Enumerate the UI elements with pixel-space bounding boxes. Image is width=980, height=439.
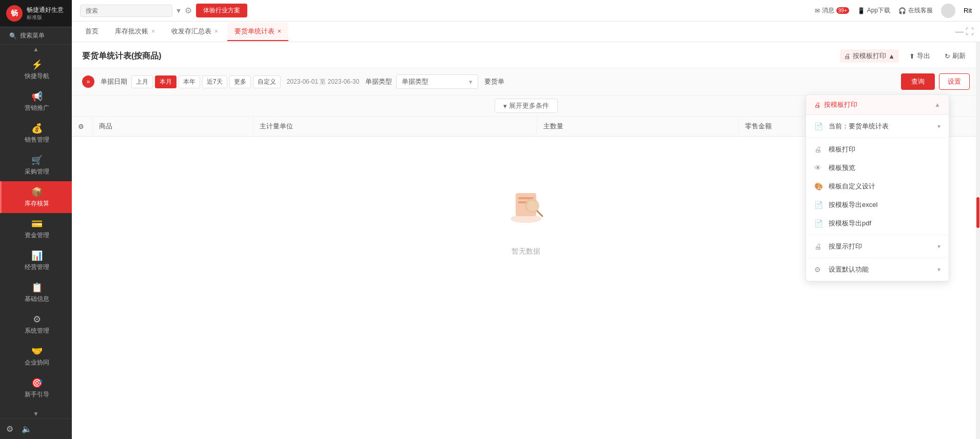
scroll-down[interactable]: ▼ <box>0 409 72 418</box>
sidebar-item-label: 快捷导航 <box>25 72 49 81</box>
dropdown-current-item[interactable]: 📄 当前：要货单统计表 ▾ <box>806 117 949 136</box>
right-scrollbar[interactable] <box>976 42 980 439</box>
sidebar-item-purchase[interactable]: 🛒 采购管理 <box>0 149 72 181</box>
export-button[interactable]: ⬆ 导出 <box>905 49 934 63</box>
dropdown-export-excel[interactable]: 📄 按模板导出excel <box>806 196 949 214</box>
date-btn-this-month[interactable]: 本月 <box>155 75 177 88</box>
sidebar-nav: ⚡ 快捷导航 📢 营销推广 💰 销售管理 🛒 采购管理 📦 库存核算 💳 资金管… <box>0 54 72 409</box>
date-btn-this-year[interactable]: 本年 <box>179 75 200 88</box>
filter-date-group: 单据日期 上月 本月 本年 近7天 更多 自定义 2023-06-01 至 20… <box>101 75 359 88</box>
tab-home[interactable]: 首页 <box>78 23 106 41</box>
order-type-value: 单据类型 <box>402 77 428 86</box>
topbar: ▾ ⚙ 体验行业方案 ✉ 消息 99+ 📱 App下载 🎧 在线客服 Rit <box>72 0 980 22</box>
business-icon: 📊 <box>31 250 43 261</box>
query-button[interactable]: 查询 <box>901 73 935 90</box>
set-default-arrow-icon: ▾ <box>937 266 940 273</box>
dropdown-export-pdf[interactable]: 📄 按模板导出pdf <box>806 214 949 233</box>
topbar-gear-icon[interactable]: ⚙ <box>185 6 192 15</box>
date-btn-last-month[interactable]: 上月 <box>131 75 153 88</box>
date-range-display: 2023-06-01 至 2023-06-30 <box>287 78 359 86</box>
current-template-icon: 📄 <box>814 122 824 130</box>
tab-order-summary-close[interactable]: × <box>278 28 281 35</box>
th-qty: 主数量 <box>537 117 739 137</box>
filter-expand-icon[interactable]: » <box>82 75 94 88</box>
app-download-btn[interactable]: 📱 App下载 <box>857 6 890 15</box>
dropdown-template-design[interactable]: 🎨 模板自定义设计 <box>806 177 949 196</box>
sound-icon[interactable]: 🔈 <box>22 424 32 434</box>
filter-goods-group: 要货单 <box>484 77 504 86</box>
dropdown-up-icon[interactable]: ▲ <box>934 101 940 108</box>
tab-receipt-summary-close[interactable]: × <box>214 28 218 35</box>
tab-maximize-btn[interactable]: ⛶ <box>966 27 974 36</box>
print-arrow-icon: ▲ <box>888 52 895 60</box>
sidebar-item-appstore[interactable]: 🔔 应用中心 <box>0 404 72 409</box>
sidebar-item-label: 系统管理 <box>25 327 49 335</box>
date-btn-more[interactable]: 更多 <box>229 75 251 88</box>
scrollbar-thumb <box>976 197 979 228</box>
date-btn-custom[interactable]: 自定义 <box>253 75 281 88</box>
tab-batch-account-close[interactable]: × <box>151 28 155 35</box>
settings-button[interactable]: 设置 <box>939 73 970 90</box>
export-icon: ⬆ <box>909 52 915 60</box>
date-btn-7days[interactable]: 近7天 <box>202 75 227 88</box>
sidebar-item-label: 企业协同 <box>25 358 49 367</box>
sidebar-item-business[interactable]: 📊 经营管理 <box>0 245 72 277</box>
trial-button[interactable]: 体验行业方案 <box>196 4 247 17</box>
inventory-icon: 📦 <box>31 186 43 198</box>
date-buttons: 上月 本月 本年 近7天 更多 自定义 <box>131 75 281 88</box>
sidebar-item-sales[interactable]: 💰 销售管理 <box>0 118 72 149</box>
online-service-btn[interactable]: 🎧 在线客服 <box>898 6 933 15</box>
order-type-select[interactable]: 单据类型 ▾ <box>396 74 478 89</box>
topbar-right: ✉ 消息 99+ 📱 App下载 🎧 在线客服 Rit <box>815 4 972 18</box>
goods-filter-label: 要货单 <box>484 77 504 86</box>
scroll-up[interactable]: ▲ <box>0 45 72 54</box>
basic-icon: 📋 <box>31 282 43 293</box>
th-unit-label: 主计量单位 <box>260 122 293 130</box>
dropdown-set-default[interactable]: ⚙ 设置默认功能 ▾ <box>806 260 949 279</box>
print-button[interactable]: 🖨 按模板打印 ▲ <box>840 49 899 63</box>
dropdown-print-icon: 🖨 <box>814 101 821 109</box>
expand-more-button[interactable]: ▾ 展开更多条件 <box>495 99 558 113</box>
sidebar-item-label: 营销推广 <box>25 104 49 112</box>
settings-icon[interactable]: ⚙ <box>6 424 13 434</box>
headset-icon: 🎧 <box>898 7 906 14</box>
topbar-search-input[interactable] <box>80 5 172 17</box>
tabs-bar: 首页 库存批次账 × 收发存汇总表 × 要货单统计表 × — ⛶ <box>72 22 980 42</box>
sidebar-item-finance[interactable]: 💳 资金管理 <box>0 213 72 245</box>
page-header-actions: 🖨 按模板打印 ▲ ⬆ 导出 ↻ 刷新 <box>840 49 970 63</box>
dropdown-template-preview[interactable]: 👁 模板预览 <box>806 159 949 177</box>
user-avatar[interactable] <box>941 4 955 18</box>
template-print-icon: 🖨 <box>814 145 824 154</box>
sidebar-item-inventory[interactable]: 📦 库存核算 <box>0 181 72 213</box>
marketing-icon: 📢 <box>31 91 43 102</box>
tab-order-summary[interactable]: 要货单统计表 × <box>227 23 288 41</box>
th-unit: 主计量单位 <box>253 117 537 137</box>
sidebar-item-quick-nav[interactable]: ⚡ 快捷导航 <box>0 54 72 86</box>
empty-illustration <box>500 178 552 239</box>
refresh-button[interactable]: ↻ 刷新 <box>940 49 970 63</box>
column-gear-icon: ⚙ <box>78 123 84 130</box>
sidebar-item-collab[interactable]: 🤝 企业协同 <box>0 340 72 372</box>
mobile-icon: 📱 <box>857 7 865 14</box>
dropdown-display-print[interactable]: 🖨 按显示打印 ▾ <box>806 237 949 256</box>
refresh-label: 刷新 <box>952 51 966 61</box>
app-version: 标准版 <box>27 14 64 21</box>
tab-minimize-btn[interactable]: — <box>955 27 964 36</box>
th-qty-label: 主数量 <box>543 122 563 130</box>
message-btn[interactable]: ✉ 消息 99+ <box>815 6 849 15</box>
tab-receipt-summary[interactable]: 收发存汇总表 × <box>164 23 225 41</box>
sidebar-item-basic[interactable]: 📋 基础信息 <box>0 277 72 309</box>
sidebar-search[interactable]: 🔍 搜索菜单 <box>0 27 72 45</box>
sidebar-item-marketing[interactable]: 📢 营销推广 <box>0 86 72 118</box>
th-gear[interactable]: ⚙ <box>72 117 92 137</box>
sidebar-item-guide[interactable]: 🎯 新手引导 <box>0 372 72 404</box>
dropdown-template-print[interactable]: 🖨 模板打印 <box>806 140 949 159</box>
dropdown-title: 🖨 按模板打印 <box>814 100 857 109</box>
expand-label: 展开更多条件 <box>509 101 549 110</box>
dropdown-header: 🖨 按模板打印 ▲ <box>806 95 949 115</box>
tab-batch-account[interactable]: 库存批次账 × <box>108 23 162 41</box>
date-filter-label: 单据日期 <box>101 77 127 86</box>
sidebar-item-system[interactable]: ⚙ 系统管理 <box>0 309 72 340</box>
quick-nav-icon: ⚡ <box>31 59 43 70</box>
topbar-dropdown-icon[interactable]: ▾ <box>177 6 181 15</box>
